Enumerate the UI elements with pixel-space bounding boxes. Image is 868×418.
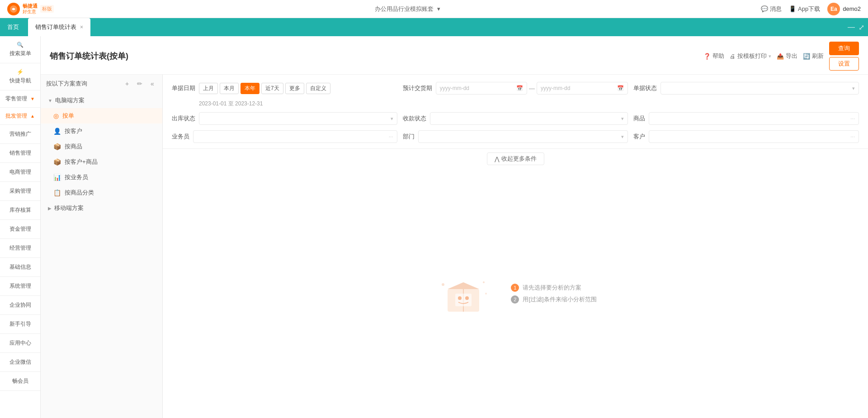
bill-date-group: 单据日期 上月 本月 本年 近7天 更多 自定义	[172, 82, 397, 95]
print-dropdown-icon[interactable]: ▾	[769, 53, 771, 59]
scheme-collapse-button[interactable]: «	[148, 79, 157, 88]
salesperson-label: 业务员	[172, 133, 189, 141]
tab-home-label: 首页	[7, 23, 19, 31]
sidebar-item-appstore[interactable]: 应用中心	[0, 334, 40, 353]
date-range-text: 2023-01-01 至 2023-12-31	[199, 100, 263, 107]
scheme-item-by-customer-icon: 👤	[53, 128, 61, 135]
collapse-button[interactable]: ⋀ 收起更多条件	[487, 152, 544, 165]
sidebar-label-enterprise: 企业协同	[9, 301, 31, 309]
app-label: App下载	[798, 5, 820, 13]
sidebar-item-basic[interactable]: 基础信息	[0, 258, 40, 277]
quicknav-icon: ⚡	[17, 69, 24, 75]
refresh-button[interactable]: 🔄 刷新	[803, 52, 824, 60]
maximize-button[interactable]: ⤢	[859, 23, 864, 32]
message-button[interactable]: 💬 消息	[761, 5, 782, 13]
sidebar-item-system[interactable]: 系统管理	[0, 277, 40, 296]
scheme-item-by-order[interactable]: ◎ 按单	[41, 108, 162, 124]
sub-label: 标版	[40, 5, 54, 13]
salesperson-input[interactable]: ···	[193, 130, 397, 143]
scheme-item-by-order-label: 按单	[62, 112, 74, 120]
sidebar-item-ecommerce[interactable]: 电商管理	[0, 163, 40, 182]
payment-status-select[interactable]: ▾	[430, 112, 628, 125]
tab-active[interactable]: 销售订单统计表 ×	[28, 18, 90, 36]
pc-scheme-section-title[interactable]: ▼ 电脑端方案	[41, 93, 162, 108]
bill-status-arrow-icon: ▾	[852, 86, 855, 91]
bill-status-select[interactable]: ▾	[660, 82, 859, 95]
sidebar-item-marketing[interactable]: 营销推广	[0, 125, 40, 144]
sidebar-item-quicknav[interactable]: ⚡ 快捷导航	[0, 63, 40, 90]
tabbar-actions: — ⤢	[848, 23, 868, 32]
scheme-item-by-product[interactable]: 📦 按商品	[41, 139, 162, 154]
empty-hint-2-text: 用[过滤]条件来缩小分析范围	[523, 295, 596, 304]
sidebar-item-membership[interactable]: 畅会员	[0, 372, 40, 391]
sidebar-item-wholesale[interactable]: 批发管理 ▲	[0, 108, 40, 125]
sidebar-label-newbie: 新手引导	[9, 320, 31, 328]
sidebar-item-purchase[interactable]: 采购管理	[0, 182, 40, 201]
svg-point-6	[442, 283, 444, 286]
expected-delivery-label: 预计交货期	[403, 84, 432, 92]
expected-delivery-start[interactable]: yyyy-mm-dd 📅	[436, 82, 527, 95]
empty-hint-1: 1 请先选择要分析的方案	[511, 284, 596, 292]
print-button[interactable]: 🖨 按模板打印 ▾	[730, 52, 771, 60]
sidebar-item-wechat[interactable]: 企业微信	[0, 353, 40, 372]
this-month-button[interactable]: 本月	[220, 83, 239, 94]
sidebar-item-retail[interactable]: 零售管理 ▼	[0, 90, 40, 108]
sidebar-item-search[interactable]: 🔍 搜索菜单	[0, 36, 40, 63]
last-month-button[interactable]: 上月	[199, 83, 218, 94]
custom-date-button[interactable]: 自定义	[306, 83, 330, 94]
scheme-item-by-customer[interactable]: 👤 按客户	[41, 124, 162, 139]
tab-home[interactable]: 首页	[0, 18, 26, 36]
help-button[interactable]: ❓ 帮助	[703, 52, 724, 60]
sidebar-item-inventory[interactable]: 库存核算	[0, 201, 40, 220]
scheme-item-by-salesperson-label: 按业务员	[65, 173, 88, 181]
date-range-display: 2023-01-01 至 2023-12-31	[172, 100, 859, 108]
query-button[interactable]: 查询	[829, 42, 859, 55]
scheme-item-by-product-category[interactable]: 📋 按商品分类	[41, 185, 162, 200]
refresh-icon: 🔄	[803, 53, 810, 60]
scheme-edit-button[interactable]: ✏	[135, 79, 144, 88]
scheme-header-icons: + ✏ «	[123, 79, 157, 88]
sidebar-label-purchase: 采购管理	[9, 187, 31, 195]
app-download-button[interactable]: 📱 App下载	[789, 5, 820, 13]
settings-button[interactable]: 设置	[829, 57, 859, 71]
mobile-scheme-section-title[interactable]: ▶ 移动端方案	[41, 200, 162, 216]
expected-delivery-group: 预计交货期 yyyy-mm-dd 📅 — yyyy-mm-dd 📅	[403, 82, 628, 95]
scheme-add-button[interactable]: +	[123, 79, 132, 88]
customer-label: 客户	[633, 133, 645, 141]
logo-text: 畅捷通 好生意	[23, 3, 38, 14]
export-button[interactable]: 📤 导出	[777, 52, 797, 60]
scheme-item-by-salesperson[interactable]: 📊 按业务员	[41, 170, 162, 185]
department-select[interactable]: ▾	[418, 130, 628, 143]
sidebar-label-sales: 销售管理	[9, 149, 31, 157]
user-area[interactable]: Ea demo2	[827, 3, 861, 15]
sidebar-item-newbie[interactable]: 新手引导	[0, 315, 40, 334]
scheme-item-by-order-icon: ◎	[53, 112, 59, 119]
topbar-dropdown-icon[interactable]: ▾	[437, 5, 440, 12]
sidebar-label-marketing: 营销推广	[9, 130, 31, 138]
tab-close-button[interactable]: ×	[80, 24, 83, 30]
last7days-button[interactable]: 近7天	[261, 83, 283, 94]
scheme-header: 按以下方案查询 + ✏ «	[41, 75, 162, 93]
empty-hint-2: 2 用[过滤]条件来缩小分析范围	[511, 295, 596, 304]
sidebar-item-enterprise[interactable]: 企业协同	[0, 296, 40, 315]
collapse-bar: ⋀ 收起更多条件	[163, 148, 868, 169]
this-year-button[interactable]: 本年	[241, 83, 259, 94]
right-panel: 单据日期 上月 本月 本年 近7天 更多 自定义	[163, 75, 868, 418]
customer-input[interactable]: ···	[649, 130, 859, 143]
more-date-button[interactable]: 更多	[285, 83, 304, 94]
action-buttons: 查询 设置	[829, 42, 859, 71]
product-input[interactable]: ···	[649, 112, 859, 125]
payment-status-group: 收款状态 ▾	[403, 112, 628, 125]
scheme-item-by-customer-product[interactable]: 📦 按客户+商品	[41, 154, 162, 170]
sidebar-item-operation[interactable]: 经营管理	[0, 239, 40, 258]
delivery-status-arrow-icon: ▾	[391, 116, 393, 122]
scheme-item-by-customer-product-label: 按客户+商品	[65, 158, 98, 166]
delivery-status-select[interactable]: ▾	[199, 112, 397, 125]
expected-delivery-end[interactable]: yyyy-mm-dd 📅	[537, 82, 628, 95]
mobile-scheme-section: ▶ 移动端方案	[41, 200, 162, 216]
sidebar-item-finance[interactable]: 资金管理	[0, 220, 40, 239]
sidebar-item-sales[interactable]: 销售管理	[0, 144, 40, 163]
page-header: 销售订单统计表(按单) ❓ 帮助 🖨 按模板打印 ▾ 📤 导出 🔄 刷新	[41, 36, 868, 75]
svg-rect-3	[455, 294, 472, 306]
minimize-button[interactable]: —	[848, 23, 855, 31]
